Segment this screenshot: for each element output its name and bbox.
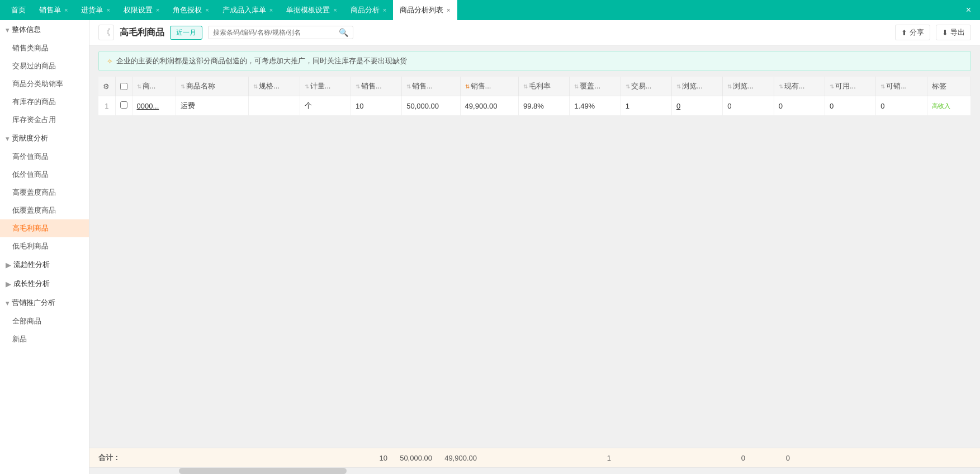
sort-icon-spec: ⇅ — [253, 83, 258, 90]
th-sellable[interactable]: ⇅ 可销... — [876, 77, 927, 96]
sidebar-group-marketing[interactable]: ▾ 营销推广分析 — [0, 293, 89, 312]
sidebar-item-all-goods[interactable]: 全部商品 — [0, 312, 89, 330]
sidebar-item-new-goods[interactable]: 新品 — [0, 330, 89, 348]
th-code[interactable]: ⇅ 商... — [132, 77, 176, 96]
td-checkbox[interactable] — [115, 96, 132, 116]
search-icon[interactable]: 🔍 — [339, 28, 348, 37]
sidebar-item-low-coverage[interactable]: 低覆盖度商品 — [0, 201, 89, 219]
td-trade: 1 — [621, 96, 671, 116]
close-purchase-order[interactable]: × — [106, 7, 110, 13]
nav-template-settings[interactable]: 单据模板设置 × — [280, 0, 343, 20]
sidebar-group-growth[interactable]: ▶ 成长性分析 — [0, 274, 89, 293]
footer-sales3: 49,900.00 — [437, 454, 481, 462]
row-checkbox[interactable] — [120, 101, 127, 109]
th-sales2[interactable]: ⇅ 销售... — [402, 77, 460, 96]
table-container: ⚙ ⇅ 商... ⇅ — [89, 77, 980, 448]
horizontal-scrollbar[interactable] — [89, 467, 980, 474]
sidebar-item-in-stock-goods[interactable]: 有库存的商品 — [0, 93, 89, 111]
sort-icon-current: ⇅ — [779, 83, 783, 90]
th-name[interactable]: ⇅ 商品名称 — [176, 77, 248, 96]
export-btn[interactable]: ⬇ 导出 — [936, 25, 971, 40]
sort-icon-browse1: ⇅ — [676, 83, 681, 90]
content-area: 《 高毛利商品 近一月 🔍 ⬆ 分享 ⬇ 导出 ✧ 企业的主要的利润都是这部分商… — [89, 20, 980, 474]
close-template-settings[interactable]: × — [333, 7, 337, 13]
footer-totals: 合计： 10 50,000.00 49,900.00 1 0 0 — [89, 448, 980, 467]
sidebar-item-traded-goods[interactable]: 交易过的商品 — [0, 57, 89, 75]
th-available[interactable]: ⇅ 可用... — [825, 77, 875, 96]
th-browse1[interactable]: ⇅ 浏览... — [671, 77, 722, 96]
th-coverage[interactable]: ⇅ 覆盖... — [570, 77, 621, 96]
sort-icon-gross-rate: ⇅ — [523, 83, 528, 90]
footer-trade: 1 — [571, 454, 616, 462]
info-icon: ✧ — [107, 57, 113, 65]
nav-role-auth[interactable]: 角色授权 × — [166, 0, 215, 20]
nav-product-analysis-list[interactable]: 商品分析列表 × — [393, 0, 457, 20]
sort-icon-coverage: ⇅ — [574, 83, 579, 90]
main-layout: ▾ 整体信息 销售类商品 交易过的商品 商品分类助销率 有库存的商品 库存资金占… — [0, 20, 980, 474]
close-role-auth[interactable]: × — [205, 7, 209, 13]
td-browse1[interactable]: 0 — [671, 96, 722, 116]
th-browse2[interactable]: ⇅ 浏览... — [723, 77, 774, 96]
td-available: 0 — [825, 96, 875, 116]
th-gross-rate[interactable]: ⇅ 毛利率 — [518, 77, 569, 96]
td-spec — [249, 96, 300, 116]
td-code[interactable]: 0000... — [132, 96, 176, 116]
td-sales2: 50,000.00 — [402, 96, 460, 116]
close-product-analysis-list[interactable]: × — [447, 7, 450, 13]
sidebar: ▾ 整体信息 销售类商品 交易过的商品 商品分类助销率 有库存的商品 库存资金占… — [0, 20, 89, 474]
sidebar-item-high-margin[interactable]: 高毛利商品 — [0, 219, 89, 237]
footer-sales2: 50,000.00 — [392, 454, 437, 462]
th-settings[interactable]: ⚙ — [98, 77, 115, 96]
scrollbar-thumb[interactable] — [179, 468, 347, 474]
nav-purchase-order[interactable]: 进货单 × — [74, 0, 116, 20]
sort-icon-sales2: ⇅ — [406, 83, 411, 90]
sidebar-item-low-margin[interactable]: 低毛利商品 — [0, 237, 89, 255]
sort-icon-available: ⇅ — [830, 83, 834, 90]
filter-recent-month[interactable]: 近一月 — [170, 26, 202, 40]
th-checkbox[interactable] — [115, 77, 132, 96]
sidebar-group-overall[interactable]: ▾ 整体信息 — [0, 20, 89, 39]
export-icon: ⬇ — [942, 29, 948, 37]
collapse-arrow-contribution: ▾ — [6, 134, 10, 143]
sidebar-item-high-value[interactable]: 高价值商品 — [0, 148, 89, 166]
sidebar-item-sales-goods[interactable]: 销售类商品 — [0, 39, 89, 57]
sidebar-group-trend[interactable]: ▶ 流趋性分析 — [0, 255, 89, 274]
sidebar-collapse-btn[interactable]: 《 — [98, 25, 114, 40]
search-input[interactable] — [213, 29, 339, 36]
close-sales-order[interactable]: × — [64, 7, 68, 13]
th-unit[interactable]: ⇅ 计量... — [300, 77, 351, 96]
td-gross-rate: 99.8% — [518, 96, 569, 116]
share-btn[interactable]: ⬆ 分享 — [895, 25, 930, 40]
th-sales1[interactable]: ⇅ 销售... — [351, 77, 401, 96]
nav-permission-settings[interactable]: 权限设置 × — [117, 0, 166, 20]
sort-icon-code: ⇅ — [137, 83, 141, 90]
sort-icon-browse2: ⇅ — [727, 83, 732, 90]
close-product-analysis[interactable]: × — [383, 7, 386, 13]
sidebar-item-category-assist-rate[interactable]: 商品分类助销率 — [0, 75, 89, 93]
nav-home[interactable]: 首页 — [4, 0, 32, 20]
close-permission-settings[interactable]: × — [156, 7, 159, 13]
collapse-arrow-overall: ▾ — [6, 26, 10, 34]
sidebar-item-stock-capital[interactable]: 库存资金占用 — [0, 111, 89, 129]
th-sales3[interactable]: ⇅ 销售... — [460, 77, 518, 96]
collapse-arrow-marketing: ▾ — [6, 299, 10, 307]
select-all-checkbox[interactable] — [120, 83, 127, 90]
sidebar-item-low-value[interactable]: 低价值商品 — [0, 166, 89, 184]
nav-product-storage[interactable]: 产成品入库单 × — [216, 0, 280, 20]
close-product-storage[interactable]: × — [269, 7, 273, 13]
td-browse2: 0 — [723, 96, 774, 116]
sidebar-item-high-coverage[interactable]: 高覆盖度商品 — [0, 184, 89, 201]
th-current[interactable]: ⇅ 现有... — [774, 77, 825, 96]
share-icon: ⬆ — [901, 29, 907, 37]
table-header-row: ⚙ ⇅ 商... ⇅ — [98, 77, 971, 96]
th-trade[interactable]: ⇅ 交易... — [621, 77, 671, 96]
th-spec[interactable]: ⇅ 规格... — [249, 77, 300, 96]
sidebar-group-contribution[interactable]: ▾ 贡献度分析 — [0, 129, 89, 148]
th-tag[interactable]: 标签 — [927, 77, 970, 96]
close-all-tabs[interactable]: × — [962, 5, 976, 15]
nav-sales-order[interactable]: 销售单 × — [32, 0, 74, 20]
sort-icon-sales1: ⇅ — [356, 83, 360, 90]
content-header: 《 高毛利商品 近一月 🔍 ⬆ 分享 ⬇ 导出 — [89, 20, 980, 45]
nav-product-analysis[interactable]: 商品分析 × — [344, 0, 393, 20]
page-title: 高毛利商品 — [120, 27, 164, 39]
